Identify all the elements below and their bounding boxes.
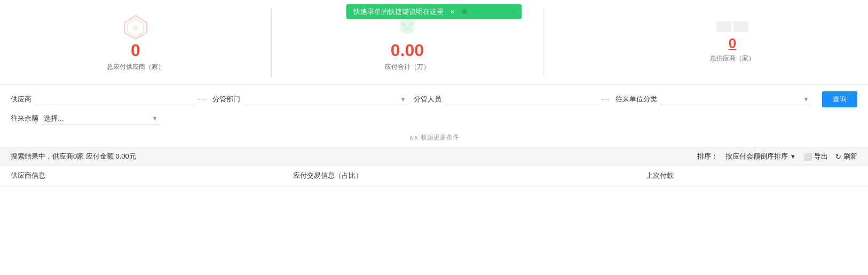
refresh-button[interactable]: ↻ 刷新 (835, 152, 857, 161)
total-suppliers-number: 0 (729, 35, 736, 52)
balance-select[interactable]: 选择... (42, 113, 160, 124)
sort-select[interactable]: 按应付会额倒序排序 ▼ (725, 152, 796, 161)
collapse-up-icon: ∧∧ (409, 134, 419, 142)
dept-label: 分管部门 (212, 95, 240, 104)
payable-total-number: 0.00 (391, 40, 424, 60)
diamond-logo-icon: ◇ (122, 13, 149, 40)
collapse-button[interactable]: ∧∧ 收起更多条件 (409, 133, 459, 142)
manager-dots[interactable]: ··· (601, 95, 610, 104)
supplier-dots[interactable]: ··· (198, 95, 207, 104)
tooltip-close-btn[interactable]: × (450, 7, 454, 16)
col-header-supplier: 供应商信息 (11, 171, 293, 180)
table-header: 供应商信息 应付交易信息（占比） 上次付款 (0, 166, 868, 186)
dept-select[interactable] (243, 93, 409, 105)
balance-label: 往来余额 (11, 114, 38, 123)
collapse-label: 收起更多条件 (421, 133, 459, 142)
svg-point-8 (408, 28, 409, 29)
table-body (0, 186, 868, 275)
export-label: 导出 (814, 152, 828, 161)
export-button[interactable]: ⬜ 导出 (803, 152, 828, 161)
query-button[interactable]: 查询 (822, 91, 857, 107)
tooltip-dot-icon (462, 9, 468, 14)
collapse-row: ∧∧ 收起更多条件 (11, 130, 857, 147)
results-actions: 排序： 按应付会额倒序排序 ▼ ⬜ 导出 ↻ 刷新 (697, 152, 857, 161)
refresh-icon: ↻ (835, 153, 841, 161)
filter-unit-class: 往来单位分类 ▼ (616, 93, 812, 105)
unit-class-select[interactable] (660, 93, 812, 105)
refresh-label: 刷新 (843, 152, 857, 161)
filter-dept: 分管部门 ▼ (212, 93, 409, 105)
stat-block-payable-suppliers: ◇ 0 总应付供应商（家） (0, 8, 272, 77)
svg-point-6 (404, 27, 411, 31)
manager-label: 分管人员 (414, 95, 441, 104)
supplier-label: 供应商 (11, 95, 31, 104)
unit-class-label: 往来单位分类 (616, 95, 657, 104)
svg-text:◇: ◇ (133, 24, 138, 30)
filter-supplier: 供应商 ··· (11, 93, 207, 105)
results-bar: 搜索结果中，供应商0家 应付金额 0.00元 排序： 按应付会额倒序排序 ▼ ⬜… (0, 148, 868, 166)
svg-point-7 (406, 28, 407, 29)
payable-suppliers-label: 总应付供应商（家） (107, 62, 164, 72)
sort-value: 按应付会额倒序排序 (725, 152, 788, 161)
payable-total-label: 应付合计（万） (385, 62, 430, 72)
col-header-last-payment: 上次付款 (646, 171, 858, 180)
stat-block-total-suppliers: 0 总供应商（家） (543, 16, 868, 68)
filter-row-1: 供应商 ··· 分管部门 ▼ 分管人员 ··· 往来单位分类 (11, 91, 857, 107)
tooltip-text: 快速录单的快捷键说明在这里 (353, 7, 444, 17)
total-suppliers-label: 总供应商（家） (710, 54, 755, 63)
col-header-transaction: 应付交易信息（占比） (293, 171, 646, 180)
results-info: 搜索结果中，供应商0家 应付金额 0.00元 (11, 152, 136, 161)
filter-bar: 供应商 ··· 分管部门 ▼ 分管人员 ··· 往来单位分类 (0, 85, 868, 148)
sort-chevron-icon: ▼ (790, 153, 796, 160)
payable-suppliers-number: 0 (131, 40, 140, 60)
tooltip-line (472, 12, 515, 12)
unit-class-select-wrapper[interactable]: ▼ (660, 93, 812, 105)
supplier-input[interactable] (35, 93, 195, 105)
filter-row-2: 往来余额 选择... ▼ (11, 113, 857, 124)
filter-manager: 分管人员 ··· (414, 93, 610, 105)
stats-bar: ◇ 0 总应付供应商（家） 0.00 应付合计（万） (0, 0, 868, 85)
tooltip-banner: 快速录单的快捷键说明在这里 × (346, 4, 522, 19)
export-icon: ⬜ (803, 153, 812, 161)
balance-select-wrapper[interactable]: 选择... ▼ (42, 113, 160, 124)
dept-select-wrapper[interactable]: ▼ (243, 93, 409, 105)
filter-balance: 往来余额 选择... ▼ (11, 113, 160, 124)
manager-input[interactable] (445, 93, 598, 105)
sort-label: 排序： (697, 152, 718, 161)
